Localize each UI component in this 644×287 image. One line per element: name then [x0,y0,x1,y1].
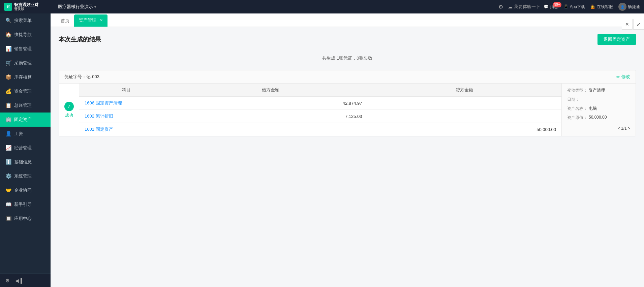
asset-name-label: 资产名称： [567,106,587,111]
sidebar-item-funds[interactable]: 💰资金管理 [0,84,51,98]
purchase-icon: 🛒 [5,60,11,66]
sidebar-item-guide[interactable]: 📖新手引导 [0,197,51,212]
system-icon: ⚙️ [5,173,11,179]
app-download-button[interactable]: 📱 App下载 [563,4,585,10]
guide-icon: 📖 [5,201,11,208]
check-icon: ✓ [67,104,71,109]
settings-icon[interactable]: ⚙ [497,2,504,11]
asset-name-row: 资产名称： 电脑 [567,106,630,111]
avatar: 👤 [618,3,626,11]
status-text: 成功 [65,113,73,118]
asset-name-value: 电脑 [589,106,597,111]
sidebar-item-label: 资金管理 [14,88,32,94]
company-name: 医疗器械行业演示 [58,4,93,10]
user-menu[interactable]: 👤 畅捷通 [618,3,640,11]
change-type-value: 资产清理 [589,88,605,93]
sales-icon: 📊 [5,46,11,52]
sidebar-item-inventory[interactable]: 📦库存核算 [0,70,51,84]
col-header-debit: 借方金额 [174,84,368,97]
tab-close-icon[interactable]: ✕ [100,18,103,22]
tabbar: 首页 资产管理 ✕ [51,13,644,27]
sidebar-item-label: 总账管理 [14,102,32,108]
sidebar-item-basic[interactable]: ℹ️基础信息 [0,155,51,169]
sidebar-item-ledger[interactable]: 📋总账管理 [0,98,51,113]
change-type-label: 变动类型： [567,88,587,93]
company-selector[interactable]: 医疗器械行业演示 ▾ [58,4,494,10]
sidebar-item-label: 搜索菜单 [14,18,32,24]
expand-button[interactable]: ⤢ [633,27,644,30]
funds-icon: 💰 [5,88,11,94]
sidebar-item-quicknav[interactable]: 🏠快捷导航 [0,28,51,42]
sidebar-item-enterprise[interactable]: 🤝企业协同 [0,183,51,197]
tab-assets-label: 资产管理 [79,18,96,23]
sidebar-item-system[interactable]: ⚙️系统管理 [0,169,51,183]
online-service-button[interactable]: 💁 在线客服 [590,4,613,10]
credit-cell: 50,000.00 [368,123,562,136]
original-value-row: 资产原值： 50,000.00 [567,115,630,121]
sidebar-scroll: 🔍搜索菜单🏠快捷导航📊销售管理🛒采购管理📦库存核算💰资金管理📋总账管理🏢固定资产… [0,13,51,274]
topbar-right: 💬 消息 99+ 📱 App下载 💁 在线客服 👤 畅捷通 [544,3,640,11]
table-row: 1601 固定资产 50,000.00 [79,123,561,136]
status-circle: ✓ [64,102,74,111]
close-button[interactable]: ✕ [622,27,633,30]
logo-subtitle: 普及版 [14,7,38,11]
subject-cell: 1606 固定资产清理 [79,97,174,110]
ledger-icon: 📋 [5,102,11,108]
logo-icon: 财 [4,3,12,11]
edit-icon: ✏ [616,74,620,79]
app-download-label: App下载 [570,4,585,10]
date-label: 日期： [567,97,579,102]
sidebar-item-operations[interactable]: 📈经营管理 [0,141,51,155]
experience-button[interactable]: ☁ 我要体验一下 [508,4,540,10]
sidebar-item-purchase[interactable]: 🛒采购管理 [0,56,51,70]
sidebar-item-label: 基础信息 [14,159,32,165]
sidebar-item-search[interactable]: 🔍搜索菜单 [0,13,51,28]
chevron-down-icon: ▾ [94,5,96,9]
sidebar-collapse-icon[interactable]: ◀▐ [15,278,22,283]
col-header-subject: 科目 [79,84,174,97]
original-value-value: 50,000.00 [589,115,607,121]
sidebar-item-payroll[interactable]: 👤工资 [0,127,51,141]
sidebar-item-label: 库存核算 [14,74,32,80]
content-area: ✕ ⤢ 本次生成的结果 返回固定资产 共生成 1张凭证，0张失败 凭证字号：记-… [51,27,644,287]
sidebar-item-label: 系统管理 [14,173,32,179]
original-value-label: 资产原值： [567,115,587,121]
voucher-layout: ✓ 成功 科目 借方金额 贷方金额 [59,84,636,136]
sidebar-item-label: 销售管理 [14,46,32,52]
summary-text: 共生成 1张凭证，0张失败 [322,56,372,61]
sidebar-item-label: 工资 [14,131,23,137]
sidebar-item-apps[interactable]: 🔲应用中心 [0,212,51,226]
pagination[interactable]: < 1/1 > [567,126,630,131]
edit-button[interactable]: ✏ 修改 [616,74,630,80]
return-button[interactable]: 返回固定资产 [597,34,636,45]
sidebar-item-label: 固定资产 [14,117,32,123]
subject-cell: 1602 累计折旧 [79,110,174,123]
sidebar-item-assets[interactable]: 🏢固定资产 [0,113,51,127]
debit-cell: 7,125.03 [174,110,368,123]
search-icon: 🔍 [5,18,11,24]
subject-cell: 1601 固定资产 [79,123,174,136]
enterprise-icon: 🤝 [5,187,11,193]
notifications-button[interactable]: 💬 消息 99+ [544,4,558,10]
tab-home[interactable]: 首页 [56,15,74,27]
message-icon: 💬 [544,4,549,9]
cloud-icon: ☁ [508,4,513,9]
sidebar-item-label: 新手引导 [14,201,32,208]
topbar: 财 畅捷通好业财 普及版 医疗器械行业演示 ▾ ⚙ ☁ 我要体验一下 💬 消息 … [0,0,644,13]
voucher-header: 凭证字号：记-003 ✏ 修改 [59,70,636,84]
change-type-row: 变动类型： 资产清理 [567,88,630,93]
logo-name: 畅捷通好业财 [14,2,38,7]
assets-icon: 🏢 [5,117,11,123]
apps-icon: 🔲 [5,216,11,222]
sidebar-item-label: 应用中心 [14,216,32,222]
tab-assets[interactable]: 资产管理 ✕ [74,14,108,27]
service-icon: 💁 [590,4,595,9]
credit-cell [368,97,562,110]
sidebar-item-label: 经营管理 [14,145,32,151]
user-name: 畅捷通 [628,4,640,10]
main-content: 首页 资产管理 ✕ ✕ ⤢ 本次生成的结果 返回固定资产 [51,13,644,287]
sidebar-settings-icon[interactable]: ⚙ [5,278,10,283]
voucher-number: 凭证字号：记-003 [64,74,99,80]
quicknav-icon: 🏠 [5,32,11,38]
sidebar-item-sales[interactable]: 📊销售管理 [0,42,51,56]
